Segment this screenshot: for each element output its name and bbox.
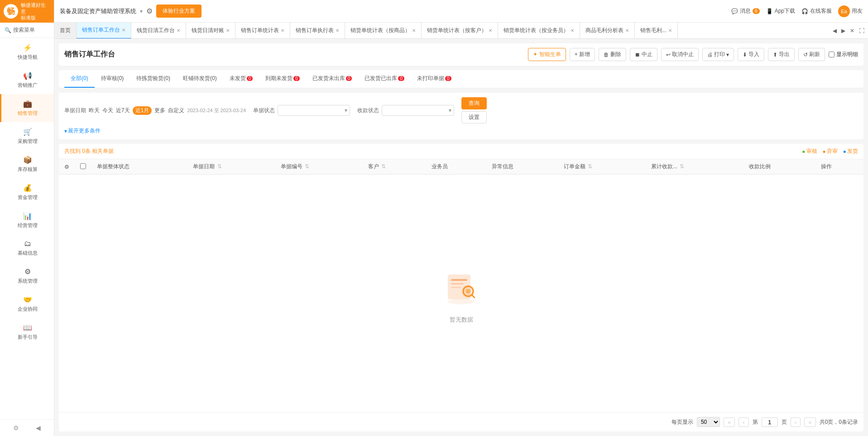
tab-gross-profit[interactable]: 商品毛利分析表 ✕ xyxy=(580,23,635,39)
tab-sales-summary-customer[interactable]: 销货单统计表（按客户） ✕ xyxy=(422,23,498,39)
page-input[interactable] xyxy=(762,417,778,427)
search-icon: 🔍 xyxy=(5,27,11,33)
expand-btn[interactable]: ▾ 展开更多条件 xyxy=(64,127,858,135)
sub-tab-not-shipped[interactable]: 未发货0 xyxy=(223,70,259,88)
tab-sales-summary-product[interactable]: 销货单统计表（按商品） ✕ xyxy=(345,23,422,39)
tab-close-all-btn[interactable]: ✕ xyxy=(848,27,856,35)
page-size-select[interactable]: 20 50 100 xyxy=(697,417,720,427)
tab-prev-btn[interactable]: ◀ xyxy=(831,27,839,35)
topbar-dropdown-arrow[interactable]: ▾ xyxy=(140,8,143,14)
date-custom[interactable]: 自定义 xyxy=(168,107,184,114)
first-page-btn[interactable]: « xyxy=(724,417,735,427)
last-page-btn[interactable]: » xyxy=(804,417,815,427)
date-1month[interactable]: 近1月 xyxy=(133,106,152,115)
refresh-btn[interactable]: ↺ 刷新 xyxy=(798,48,825,61)
sub-tab-expired[interactable]: 到期未发货0 xyxy=(259,70,306,88)
tab-sales-exec-close[interactable]: ✕ xyxy=(336,28,339,33)
sub-tab-all[interactable]: 全部(0) xyxy=(64,70,95,88)
date-yesterday[interactable]: 昨天 xyxy=(89,107,100,114)
collected-sort-icon[interactable]: ⇅ xyxy=(680,163,684,170)
cancel-stop-btn[interactable]: ↩ 取消中止 xyxy=(661,48,699,61)
sidebar-item-marketing[interactable]: 📢 营销推广 xyxy=(0,66,54,94)
sub-tab-shipped-out[interactable]: 已发货已出库0 xyxy=(358,70,411,88)
sidebar-item-basic[interactable]: 🗂 基础信息 xyxy=(0,234,54,262)
sidebar-search[interactable]: 🔍 搜索菜单 xyxy=(0,23,54,38)
add-btn[interactable]: + 新增 xyxy=(570,48,595,61)
payment-select[interactable] xyxy=(382,105,454,116)
sidebar-item-inventory[interactable]: 📦 库存核算 xyxy=(0,150,54,178)
print-btn[interactable]: 🖨 打印 ▾ xyxy=(702,48,734,61)
sub-tab-wangpu[interactable]: 旺铺待发货(0) xyxy=(177,70,223,88)
cancel-stop-icon: ↩ xyxy=(666,52,671,58)
import-btn[interactable]: ⬇ 导入 xyxy=(738,48,764,61)
sub-tab-shipped-not-out[interactable]: 已发货未出库0 xyxy=(306,70,359,88)
sidebar-item-purchase[interactable]: 🛒 采购管理 xyxy=(0,122,54,150)
print-arrow: ▾ xyxy=(726,52,729,58)
tab-cash-daily-close[interactable]: ✕ xyxy=(177,28,180,33)
delete-btn[interactable]: 🗑 删除 xyxy=(599,48,626,61)
tab-cash-daily[interactable]: 钱货日清工作台 ✕ xyxy=(131,23,186,39)
amount-sort-icon[interactable]: ⇅ xyxy=(588,163,592,170)
number-sort-icon[interactable]: ⇅ xyxy=(305,163,309,170)
sub-tab-pending-review[interactable]: 待审核(0) xyxy=(95,70,130,88)
sub-tab-not-printed[interactable]: 未打印单据0 xyxy=(411,70,458,88)
filter-settings-btn[interactable]: 设置 xyxy=(461,111,487,123)
tab-sales-summary-staff[interactable]: 销货单统计表（按业务员） ✕ xyxy=(498,23,580,39)
topbar-message[interactable]: 💬 消息 6 xyxy=(731,7,760,15)
tab-next-btn[interactable]: ▶ xyxy=(839,27,847,35)
sidebar-settings-btn[interactable]: ⚙ xyxy=(13,424,19,431)
topbar-settings-icon[interactable]: ⚙ xyxy=(146,7,153,15)
tab-sales-workbench[interactable]: 销售订单工作台 ✕ xyxy=(77,23,131,39)
customer-sort-icon[interactable]: ⇅ xyxy=(381,163,386,170)
tab-sales-workbench-close[interactable]: ✕ xyxy=(122,28,125,33)
tab-cash-reconcile-close[interactable]: ✕ xyxy=(226,28,230,33)
prev-page-btn[interactable]: ‹ xyxy=(739,417,748,427)
tabbar-nav: ◀ ▶ ✕ ⛶ xyxy=(829,27,868,35)
tab-cash-reconcile[interactable]: 钱货日清对账 ✕ xyxy=(186,23,235,39)
tab-staff-close[interactable]: ✕ xyxy=(571,28,574,33)
sub-tab-pending-inspect[interactable]: 待拣货验货(0) xyxy=(130,70,177,88)
tab-sales-more-close[interactable]: ✕ xyxy=(668,28,672,33)
date-more[interactable]: 更多 xyxy=(154,107,165,114)
sidebar-item-operations[interactable]: 📊 经营管理 xyxy=(0,206,54,234)
tab-sales-exec[interactable]: 销售订单执行表 ✕ xyxy=(290,23,345,39)
next-page-btn[interactable]: › xyxy=(791,417,801,427)
sidebar-collapse-btn[interactable]: ◀ xyxy=(36,424,41,431)
tab-maximize-btn[interactable]: ⛶ xyxy=(857,27,866,35)
show-detail-checkbox[interactable] xyxy=(829,52,834,57)
tab-sales-more[interactable]: 销售毛利... ✕ xyxy=(635,23,678,39)
tab-gross-profit-close[interactable]: ✕ xyxy=(625,28,629,33)
topbar-online-service[interactable]: 🎧 在线客服 xyxy=(801,7,832,15)
sidebar-item-finance[interactable]: 💰 资金管理 xyxy=(0,178,54,206)
industry-btn[interactable]: 体验行业方案 xyxy=(156,5,201,18)
date-sort-icon[interactable]: ⇅ xyxy=(217,163,222,170)
ship-op[interactable]: ● 发货 xyxy=(843,147,858,155)
tab-customer-close[interactable]: ✕ xyxy=(489,28,492,33)
empty-text: 暂无数据 xyxy=(450,316,473,324)
online-service-label: 在线客服 xyxy=(810,7,832,15)
smart-create-btn[interactable]: ✦ 智能生单 xyxy=(528,48,566,61)
topbar-app-download[interactable]: 📱 App下载 xyxy=(766,7,795,15)
tab-product-close[interactable]: ✕ xyxy=(412,28,416,33)
select-all-checkbox[interactable] xyxy=(80,163,86,169)
export-btn[interactable]: ⬆ 导出 xyxy=(768,48,795,61)
sidebar-item-sales[interactable]: 💼 销售管理 xyxy=(0,94,54,122)
review-op[interactable]: ● 审核 xyxy=(802,147,817,155)
show-detail-checkbox-wrap[interactable]: 显示明细 xyxy=(829,51,858,58)
sidebar-item-guide[interactable]: 📖 新手引导 xyxy=(0,318,54,346)
topbar-user[interactable]: Ea 用友 xyxy=(838,5,863,17)
stop-btn[interactable]: ⏹ 中止 xyxy=(630,48,657,61)
not-printed-badge: 0 xyxy=(445,76,451,81)
query-btn[interactable]: 查询 xyxy=(461,97,487,109)
sidebar-item-collab[interactable]: 🤝 企业协同 xyxy=(0,290,54,318)
tab-home[interactable]: 首页 xyxy=(54,23,77,39)
sidebar-item-quick-nav[interactable]: ⚡ 快捷导航 xyxy=(0,38,54,66)
status-select[interactable] xyxy=(278,105,350,116)
date-7days[interactable]: 近7天 xyxy=(116,107,130,114)
tab-sales-stats-close[interactable]: ✕ xyxy=(281,28,284,33)
date-today[interactable]: 今天 xyxy=(102,107,113,114)
tab-sales-stats[interactable]: 销售订单统计表 ✕ xyxy=(235,23,290,39)
sidebar-item-system[interactable]: ⚙ 系统管理 xyxy=(0,262,54,290)
th-ratio: 收款比例 xyxy=(743,159,815,175)
revoke-op[interactable]: ● 弃审 xyxy=(823,147,838,155)
